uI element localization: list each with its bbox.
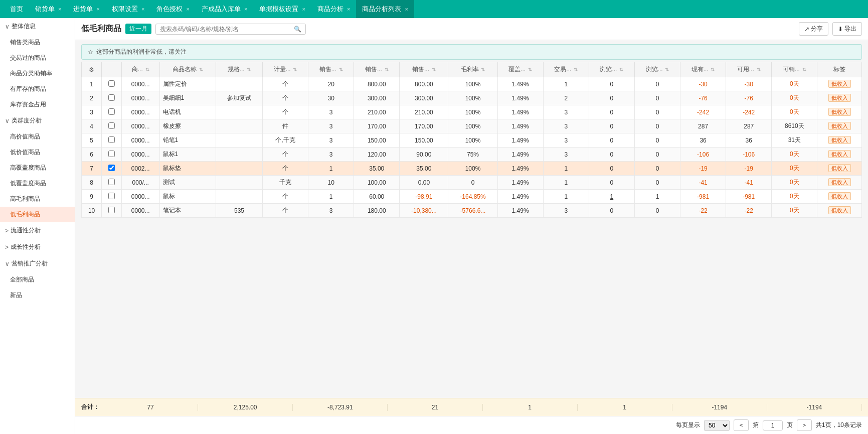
share-button[interactable]: ↗ 分享 [799,22,828,36]
sidebar-item-high-margin[interactable]: 高毛利商品 [0,191,75,207]
nav-item-analysis[interactable]: 商品分析 × [311,0,356,18]
sidebar-item-low-value[interactable]: 低价值商品 [0,144,75,160]
col-header-margin-rate[interactable]: 毛利率 ⇅ [448,62,497,77]
sidebar-section-类群度分析[interactable]: ∨类群度分析 [0,112,75,129]
row-stock: -981 [680,190,726,204]
next-page-button[interactable]: ＞ [797,419,812,431]
page-number-input[interactable] [763,420,783,430]
sidebar-item-traded-goods[interactable]: 交易过的商品 [0,50,75,66]
sidebar-item-in-stock[interactable]: 有库存的商品 [0,81,75,97]
sidebar-item-category-rate[interactable]: 商品分类助销率 [0,66,75,81]
sidebar-item-all-goods[interactable]: 全部商品 [0,272,75,287]
table-row: 20000...吴细细1参加复试个30300.00300.00100%1.49%… [82,91,862,105]
nav-item-permissions[interactable]: 权限设置 × [106,0,150,18]
nav-item-sales[interactable]: 销货单 × [29,0,67,18]
page-size-select[interactable]: 50 100 200 [704,420,730,431]
nav-item-template[interactable]: 单据模板设置 × [253,0,311,18]
table-row: 10000...属性定价个20800.00800.00100%1.49%100-… [82,77,862,91]
footer-cell-qty: 77 [103,404,198,411]
row-checkbox-input[interactable] [108,108,115,115]
export-button[interactable]: ⬇ 导出 [832,22,862,36]
sidebar-item-sales-goods[interactable]: 销售类商品 [0,35,75,50]
row-checkbox[interactable] [102,148,122,162]
col-header-browse1[interactable]: 浏览... ⇅ [589,62,634,77]
nav-item-roles[interactable]: 角色授权 × [150,0,195,18]
col-header-current-stock[interactable]: 现有... ⇅ [680,62,726,77]
row-browse2: 0 [634,77,680,91]
sidebar-section-整体信息[interactable]: ∨整体信息 [0,18,75,35]
row-checkbox-input[interactable] [108,94,115,101]
nav-item-home[interactable]: 首页 [4,0,29,18]
close-icon[interactable]: × [345,6,350,12]
sidebar-section-营销推广分析[interactable]: ∨营销推广分析 [0,255,75,272]
col-header-unit[interactable]: 计量... ⇅ [262,62,308,77]
sidebar-item-low-coverage[interactable]: 低覆盖度商品 [0,176,75,191]
nav-item-analysis-list[interactable]: 商品分析列表 × [356,0,414,18]
row-checkbox[interactable] [102,77,122,91]
close-icon[interactable]: × [300,6,305,12]
row-checkbox[interactable] [102,204,122,218]
col-header-available[interactable]: 可用... ⇅ [726,62,772,77]
row-sales-profit: 150.00 [400,133,448,148]
row-saleable-days: 0天 [772,190,817,204]
content-area: 低毛利商品 近一月 🔍 ↗ 分享 ⬇ 导出 ☆ 这部分商品的利润非常低，请关注 [75,18,868,434]
search-input[interactable] [160,26,294,33]
prev-page-button[interactable]: ＜ [734,419,749,431]
sidebar-item-high-value[interactable]: 高价值商品 [0,129,75,144]
row-checkbox-input[interactable] [108,80,115,87]
row-checkbox[interactable] [102,176,122,190]
close-icon[interactable]: × [403,6,408,12]
col-header-saleable-days[interactable]: 可销... ⇅ [772,62,817,77]
close-icon[interactable]: × [140,6,144,12]
sidebar-item-high-coverage[interactable]: 高覆盖度商品 [0,160,75,176]
row-checkbox-input[interactable] [108,179,115,185]
row-trade-count: 1 [543,176,589,190]
col-header-sales-amount[interactable]: 销售... ⇅ [354,62,400,77]
col-header-sales-profit[interactable]: 销售... ⇅ [400,62,448,77]
search-icon[interactable]: 🔍 [294,26,301,33]
row-checkbox-input[interactable] [108,165,115,171]
col-header-spec[interactable]: 规格... ⇅ [216,62,263,77]
row-trade-count: 1 [543,190,589,204]
row-sales-qty: 3 [308,133,354,148]
row-spec [216,133,263,148]
close-icon[interactable]: × [95,6,99,12]
row-checkbox-input[interactable] [108,136,115,143]
sidebar-item-stock-capital[interactable]: 库存资金占用 [0,97,75,112]
row-checkbox[interactable] [102,190,122,204]
row-browse1: 0 [589,77,634,91]
row-trade-count: 2 [543,91,589,105]
sort-icon: ⇅ [664,67,669,72]
page-label: 页 [787,421,793,429]
sidebar-item-low-margin[interactable]: 低毛利商品 [0,207,75,222]
tag-recent[interactable]: 近一月 [125,24,151,34]
close-icon[interactable]: × [185,6,189,12]
sort-icon: ⇅ [801,67,806,72]
row-checkbox[interactable] [102,105,122,119]
sidebar-section-成长性分析[interactable]: >成长性分析 [0,239,75,255]
table-container[interactable]: ⚙商... ⇅商品名称 ⇅规格... ⇅计量... ⇅销售... ⇅销售... … [75,62,868,398]
col-header-name[interactable]: 商品名称 ⇅ [159,62,216,77]
row-stock: -19 [680,162,726,176]
nav-item-stock[interactable]: 产成品入库单 × [196,0,253,18]
row-checkbox[interactable] [102,162,122,176]
row-checkbox-input[interactable] [108,193,115,199]
row-checkbox-input[interactable] [108,122,115,129]
row-checkbox[interactable] [102,119,122,133]
col-header-browse2[interactable]: 浏览... ⇅ [634,62,680,77]
row-unit: 个 [262,204,308,218]
col-header-coverage[interactable]: 覆盖... ⇅ [497,62,543,77]
sidebar-item-new-goods[interactable]: 新品 [0,287,75,303]
row-spec: 535 [216,204,263,218]
col-header-code[interactable]: 商... ⇅ [121,62,159,77]
close-icon[interactable]: × [243,6,247,12]
row-checkbox[interactable] [102,91,122,105]
row-checkbox-input[interactable] [108,151,115,157]
sidebar-section-流通性分析[interactable]: >流通性分析 [0,222,75,239]
close-icon[interactable]: × [57,6,61,12]
row-checkbox-input[interactable] [108,207,115,213]
col-header-trade-count[interactable]: 交易... ⇅ [543,62,589,77]
nav-item-purchase[interactable]: 进货单 × [67,0,105,18]
col-header-sales-qty[interactable]: 销售... ⇅ [308,62,354,77]
row-checkbox[interactable] [102,133,122,148]
